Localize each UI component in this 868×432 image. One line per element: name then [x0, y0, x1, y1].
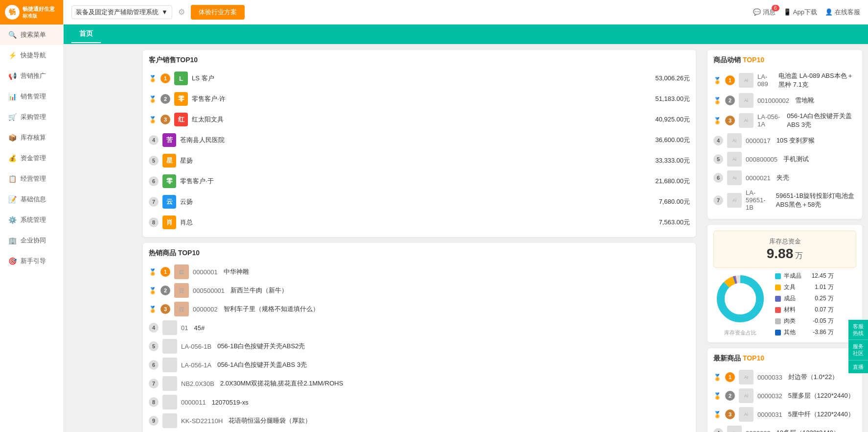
settings-icon[interactable]: ⚙ [178, 7, 185, 17]
rank-number: 5 [149, 156, 159, 166]
app-download-btn[interactable]: 📱 App下载 [783, 8, 817, 17]
product-flow-card: 商品动销 TOP10 🏅 1 Ai LA-089 电池盖 LA-089 ABS本… [708, 50, 862, 219]
product-name: 2.0X30MM双搓花轴,搓花直径2.1MM/ROHS [220, 379, 343, 388]
product-image: Ai [739, 388, 754, 403]
sidebar-item-guide[interactable]: 🎯 新手引导 [0, 251, 63, 271]
trophy-icon: 🏅 [149, 116, 157, 123]
product-image [162, 320, 177, 335]
sidebar-item-quicknav[interactable]: ⚡ 快捷导航 [0, 45, 63, 66]
customer-name: 肖总 [180, 218, 655, 227]
sidebar-item-search[interactable]: 🔍 搜索菜单 [0, 24, 63, 45]
product-image [162, 376, 177, 391]
legend-label: 成品 [784, 294, 812, 303]
system-selector[interactable]: 装备及固定资产辅助管理系统 ▼ [71, 5, 172, 19]
sidebar-item-inventory[interactable]: 📦 库存核算 [0, 127, 63, 148]
rank-number: 5 [713, 154, 723, 164]
avatar: 云 [162, 195, 176, 209]
flow-product-item: 7 Ai LA-59651-1B 59651-1B旋转投影灯电池盒ABS黑色＋5… [713, 187, 856, 213]
sidebar-logo: 畅 畅捷通好生意 标准版 [0, 0, 63, 24]
rank-number: 4 [713, 428, 723, 432]
product-code: 0000033 [757, 374, 782, 381]
customer-list-item: 🏅 1 L LS 客户 53,006.26元 [149, 70, 690, 87]
marketing-icon: 📢 [8, 72, 17, 80]
rank-number: 2 [725, 391, 735, 401]
float-btn-community[interactable]: 服务社区 [848, 340, 868, 360]
customer-list-item: 8 肖 肖总 7,563.00元 [149, 214, 690, 231]
sidebar-item-finance[interactable]: 💰 资金管理 [0, 148, 63, 168]
online-service-btn[interactable]: 👤 在线客服 [825, 8, 860, 17]
customer-ranking-card: 客户销售TOP10 🏅 1 L LS 客户 53,006.26元 🏅 2 零 零… [143, 50, 696, 237]
product-code: 0000032 [757, 392, 782, 400]
sidebar-item-enterprise[interactable]: 🏢 企业协同 [0, 230, 63, 251]
customer-amount: 33,333.00元 [655, 156, 690, 165]
product-image: Ai [739, 113, 754, 128]
customer-list-item: 🏅 2 零 零售客户·许 51,183.00元 [149, 90, 690, 108]
legend-value: 0.25 万 [815, 294, 834, 303]
sidebar-item-sales[interactable]: 📊 销售管理 [0, 86, 63, 107]
product-name: 5厘中纤（1220*2440） [788, 410, 854, 419]
sidebar-item-basic[interactable]: 📝 基础信息 [0, 189, 63, 210]
product-code: 0000011 [181, 399, 206, 406]
message-btn[interactable]: 💬 消息 6 [753, 8, 776, 17]
float-btn-live[interactable]: 直播 [848, 360, 868, 373]
inventory-legend: 半成品 12.45 万 文具 1.01 万 成品 0.25 万 材料 0.07 … [775, 272, 834, 336]
new-products-card: 最新商品 TOP10 🏅 1 Ai 0000033 封边带（1.0*22） 🏅 … [708, 348, 862, 432]
rank-number: 8 [149, 397, 159, 407]
legend-value: -0.05 万 [813, 317, 834, 325]
customer-amount: 7,680.00元 [659, 197, 690, 206]
customer-ranking-list: 🏅 1 L LS 客户 53,006.26元 🏅 2 零 零售客户·许 51,1… [149, 70, 690, 231]
product-code: LA-59651-1B [746, 189, 770, 211]
avatar: L [174, 72, 188, 85]
legend-label: 文具 [784, 283, 812, 291]
legend-color-swatch [775, 273, 781, 279]
left-panel [64, 44, 137, 432]
legend-color-swatch [775, 318, 781, 324]
product-name: 夹壳 [777, 173, 789, 182]
enterprise-icon: 🏢 [8, 237, 17, 244]
legend-item: 半成品 12.45 万 [775, 272, 834, 280]
inventory-summary: 库存总资金 9.88 万 [713, 231, 856, 268]
float-btn-service[interactable]: 客服热线 [848, 320, 868, 340]
avatar: 零 [174, 92, 188, 106]
trophy-icon: 🏅 [149, 268, 157, 276]
tab-home[interactable]: 首页 [71, 25, 101, 43]
trophy-icon: 🏅 [713, 374, 721, 381]
svg-point-5 [725, 283, 756, 314]
legend-label: 其他 [784, 328, 810, 336]
product-code: 000500001 [193, 287, 225, 294]
trial-button[interactable]: 体验行业方案 [191, 5, 245, 20]
nav-bar: 首页 [64, 24, 868, 44]
trophy-icon: 🏅 [713, 77, 721, 84]
content: 客户销售TOP10 🏅 1 L LS 客户 53,006.26元 🏅 2 零 零… [64, 44, 868, 432]
sidebar-item-system[interactable]: ⚙️ 系统管理 [0, 210, 63, 230]
hot-product-item: 🏅 3 🖼 0000002 智利车子里（规格不知道填什么） [149, 300, 690, 318]
product-image: Ai [727, 170, 742, 185]
main-area: 装备及固定资产辅助管理系统 ▼ ⚙ 体验行业方案 💬 消息 6 📱 App下载 … [64, 0, 868, 432]
sidebar-item-marketing[interactable]: 📢 营销推广 [0, 66, 63, 86]
product-name: 电池盖 LA-089 ABS本色＋黑种 7.1克 [778, 72, 856, 89]
rank-number: 1 [725, 75, 735, 85]
inventory-chart-container: 库存资金占比 半成品 12.45 万 文具 1.01 万 成品 0.25 万 材… [713, 272, 856, 336]
sidebar: 畅 畅捷通好生意 标准版 🔍 搜索菜单 ⚡ 快捷导航 📢 营销推广 📊 销售管理… [0, 0, 64, 432]
legend-item: 文具 1.01 万 [775, 283, 834, 291]
guide-icon: 🎯 [8, 257, 17, 265]
product-name: 封边带（1.0*22） [788, 373, 839, 382]
product-name: 12070519-xs [212, 399, 249, 406]
new-product-item: 🏅 3 Ai 0000031 5厘中纤（1220*2440） [713, 405, 856, 424]
legend-color-swatch [775, 296, 781, 302]
product-image [162, 413, 177, 428]
sidebar-item-purchase[interactable]: 🛒 采购管理 [0, 107, 63, 127]
hot-product-item: 8 0000011 12070519-xs [149, 393, 690, 411]
customer-amount: 36,600.00元 [655, 136, 690, 144]
customer-list-item: 4 苦 苍南县人民医院 36,600.00元 [149, 131, 690, 149]
hot-product-item: 4 01 45# [149, 318, 690, 337]
customer-amount: 7,563.00元 [659, 218, 690, 227]
product-name: 5厘多层（1220*2440） [788, 391, 854, 400]
hot-product-item: 9 KK-SD22110H 花语萌恒温分腿睡袋（厚款） [149, 411, 690, 430]
legend-item: 其他 -3.86 万 [775, 328, 834, 336]
product-code: 0000021 [746, 174, 771, 182]
avatar: 零 [162, 174, 176, 188]
purchase-icon: 🛒 [8, 113, 17, 121]
sidebar-item-operation[interactable]: 📋 经营管理 [0, 168, 63, 189]
rank-number: 4 [713, 136, 723, 145]
